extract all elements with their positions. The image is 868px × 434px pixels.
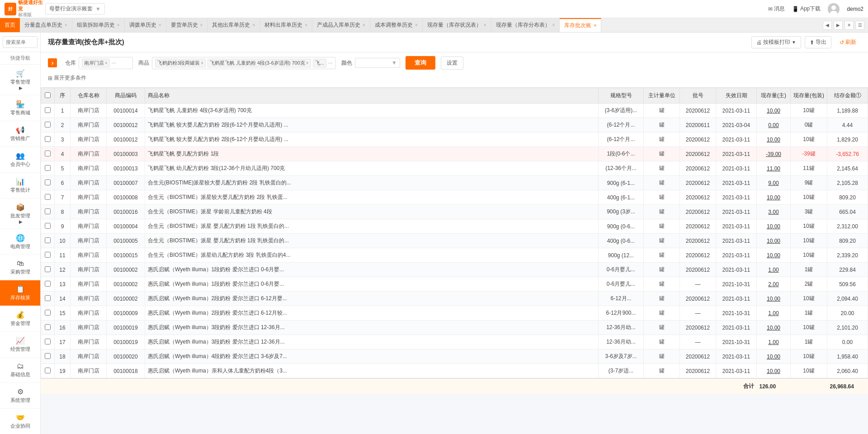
sidebar-item-member-center[interactable]: 👥 会员中心 — [0, 147, 40, 173]
row-check[interactable] — [41, 190, 55, 205]
row-check[interactable] — [41, 118, 55, 132]
warehouse-filter-more[interactable]: ··· — [112, 60, 116, 66]
account-dropdown[interactable]: 母婴行业演示账套 ▼ — [45, 3, 105, 14]
row-check[interactable] — [41, 306, 55, 321]
refresh-button[interactable]: ↺ 刷新 — [835, 37, 861, 48]
tab-more-options[interactable]: ☰ — [855, 21, 864, 30]
tab-home[interactable]: 首页 — [0, 18, 20, 33]
close-icon[interactable]: × — [552, 23, 555, 28]
tab-stock-dist[interactable]: 现存量（库存分布表） × — [491, 18, 560, 33]
sidebar-item-ecommerce-mgmt[interactable]: 🌐 电商管理 — [0, 229, 40, 255]
row-stock-main[interactable]: 10.00 — [757, 104, 791, 118]
row-check[interactable] — [41, 364, 55, 379]
row-check[interactable] — [41, 292, 55, 306]
close-icon[interactable]: × — [415, 23, 418, 28]
tab-other-out-history[interactable]: 其他出库单历史 × — [208, 18, 260, 33]
row-check[interactable] — [41, 161, 55, 176]
row-check[interactable] — [41, 176, 55, 190]
row-stock-main[interactable]: 2.00 — [757, 277, 791, 292]
row-check[interactable] — [41, 205, 55, 219]
close-icon[interactable]: × — [117, 23, 120, 28]
tab-product-in-history[interactable]: 产成品入库单历史 × — [312, 18, 370, 33]
tab-split-history[interactable]: 分量盘点单历史 × — [20, 18, 72, 33]
row-stock-main[interactable]: 10.00 — [757, 321, 791, 335]
row-check[interactable] — [41, 349, 55, 364]
search-input[interactable] — [3, 36, 38, 48]
product-filter-more[interactable]: ··· — [328, 60, 333, 66]
row-stock-main[interactable]: 1.00 — [757, 306, 791, 321]
tab-batch-ledger[interactable]: 库存批次账 × — [560, 18, 601, 33]
sidebar-item-marketing[interactable]: 📢 营销推广 — [0, 121, 40, 147]
tab-stock-status[interactable]: 现存量（库存状况表） × — [423, 18, 491, 33]
sidebar-item-enterprise-coop[interactable]: 🤝 企业协同 — [0, 409, 40, 434]
row-check[interactable] — [41, 132, 55, 147]
row-stock-main[interactable]: 10.00 — [757, 349, 791, 364]
th-check[interactable] — [41, 88, 55, 104]
row-stock-main[interactable]: 10.00 — [757, 364, 791, 379]
setting-button[interactable]: 设置 — [441, 57, 463, 70]
remove-warehouse-tag[interactable]: × — [105, 61, 108, 66]
row-stock-main[interactable]: 10.00 — [757, 190, 791, 205]
table-container[interactable]: 序 仓库名称 商品编码 商品名称 规格型号 主计量单位 批号 失效日期 现存量(… — [41, 88, 868, 434]
color-filter-box[interactable]: ▼ — [355, 58, 400, 68]
select-all-checkbox[interactable] — [45, 92, 51, 98]
tab-material-out-history[interactable]: 材料出库单历史 × — [260, 18, 312, 33]
sidebar-item-retail-stats[interactable]: 📊 零售统计 — [0, 173, 40, 198]
close-icon[interactable]: × — [65, 23, 67, 28]
tab-scroll-left[interactable]: ◀ — [823, 21, 832, 30]
close-icon[interactable]: × — [484, 23, 486, 28]
close-icon[interactable]: × — [305, 23, 307, 28]
row-check[interactable] — [41, 248, 55, 263]
warehouse-filter-box[interactable]: 南岸门店 × ··· — [79, 57, 133, 69]
row-stock-main[interactable]: 10.00 — [757, 248, 791, 263]
sidebar-item-finance-mgmt[interactable]: 💰 资金管理 — [0, 306, 40, 332]
row-stock-main[interactable]: 10.00 — [757, 132, 791, 147]
tab-cost-adjust-history[interactable]: 成本调整单历史 × — [370, 18, 423, 33]
row-stock-main[interactable]: 1.00 — [757, 335, 791, 349]
row-stock-main[interactable]: 1.00 — [757, 263, 791, 277]
row-check[interactable] — [41, 263, 55, 277]
row-check[interactable] — [41, 104, 55, 118]
tab-close-current[interactable]: ✕ — [844, 21, 854, 30]
print-button[interactable]: 🖨 按模板打印 ▼ — [751, 36, 801, 48]
tab-scroll-right[interactable]: ▶ — [834, 21, 843, 30]
row-check[interactable] — [41, 321, 55, 335]
row-stock-main[interactable]: 11.00 — [757, 161, 791, 176]
row-stock-main[interactable]: 9.00 — [757, 176, 791, 190]
sidebar-item-retail-mall[interactable]: 🏪 零售商城 — [0, 95, 40, 121]
close-icon[interactable]: × — [200, 23, 203, 28]
sidebar-item-purchase-mgmt[interactable]: 🛍 采购管理 — [0, 255, 40, 280]
tab-disassemble-history[interactable]: 组装拆卸单历史 × — [72, 18, 125, 33]
sidebar-item-retail-mgmt[interactable]: 🛒 零售管理 ▶ — [0, 65, 40, 95]
close-icon[interactable]: × — [363, 23, 365, 28]
row-check[interactable] — [41, 277, 55, 292]
close-icon[interactable]: × — [159, 23, 161, 28]
row-check[interactable] — [41, 219, 55, 234]
row-check[interactable] — [41, 335, 55, 349]
close-icon[interactable]: × — [594, 23, 596, 28]
row-check[interactable] — [41, 147, 55, 161]
tab-borrow-history[interactable]: 要货单历史 × — [166, 18, 208, 33]
remove-product-tag1[interactable]: × — [201, 61, 203, 66]
row-check[interactable] — [41, 234, 55, 248]
remove-product-tag2[interactable]: × — [306, 61, 309, 66]
expand-filter-button[interactable]: › — [48, 58, 57, 67]
sidebar-item-wholesale-mgmt[interactable]: 📦 批发管理 ▶ — [0, 198, 40, 229]
export-button[interactable]: ⬆ 导出 — [805, 36, 831, 48]
row-stock-main[interactable]: 3.00 — [757, 205, 791, 219]
row-stock-main[interactable]: 10.00 — [757, 234, 791, 248]
row-stock-main[interactable]: 10.00 — [757, 219, 791, 234]
close-icon[interactable]: × — [252, 23, 255, 28]
app-download-btn[interactable]: 📱 App下载 — [792, 5, 821, 13]
tab-transfer-history[interactable]: 调拨单历史 × — [125, 18, 166, 33]
username[interactable]: demo2 — [847, 6, 863, 12]
row-stock-main[interactable]: 0.00 — [757, 118, 791, 132]
product-filter-box[interactable]: 飞鹤奶粉3段两罐装 × 飞鹤星飞帆 儿童奶粉 4段(3-6岁适用) 700克 ×… — [152, 57, 336, 69]
sidebar-quick-nav[interactable]: 快捷导航 — [0, 52, 40, 65]
messages-btn[interactable]: ✉ 消息 — [768, 5, 785, 13]
expand-conditions-btn[interactable]: ⊞ 展开更多条件 — [48, 72, 86, 84]
sidebar-item-operation-mgmt[interactable]: 📈 经营管理 — [0, 332, 40, 358]
sidebar-item-system-mgmt[interactable]: ⚙ 系统管理 — [0, 383, 40, 409]
row-stock-main[interactable]: 10.00 — [757, 292, 791, 306]
row-stock-main[interactable]: -39.00 — [757, 147, 791, 161]
